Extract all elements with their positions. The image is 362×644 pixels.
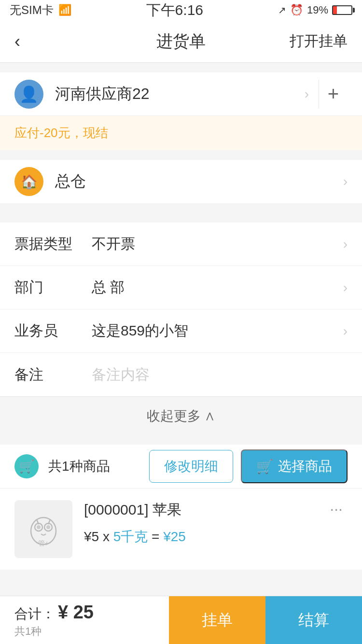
select-product-icon: 🛒 bbox=[256, 459, 273, 475]
section-gap-1 bbox=[0, 63, 362, 72]
settle-button[interactable]: 结算 bbox=[265, 596, 362, 644]
chevron-right-dept-icon: › bbox=[343, 280, 348, 295]
product-more-button[interactable]: ··· bbox=[325, 500, 348, 518]
back-button[interactable]: ‹ bbox=[14, 31, 43, 52]
nav-bar: ‹ 进货单 打开挂单 bbox=[0, 20, 362, 63]
salesperson-label: 业务员 bbox=[14, 321, 72, 341]
remark-row[interactable]: 备注 备注内容 bbox=[0, 353, 362, 396]
page-title: 进货单 bbox=[156, 30, 206, 53]
department-label: 部门 bbox=[14, 278, 72, 297]
product-section: 🛒 共1种商品 修改明细 🛒 选择商品 管+ [00000 bbox=[0, 445, 362, 570]
remark-input[interactable]: 备注内容 bbox=[72, 365, 348, 385]
product-info: [0000001] 苹果 ¥5 x 5千克 = ¥25 bbox=[84, 500, 325, 546]
salesperson-value: 这是859的小智 bbox=[72, 321, 343, 341]
total-label: 合计： bbox=[14, 605, 55, 623]
product-code: [0000001] bbox=[84, 502, 148, 518]
total-amount: ¥ 25 bbox=[58, 602, 94, 623]
collapse-button[interactable]: 收起更多 ∧ bbox=[0, 396, 362, 435]
svg-point-4 bbox=[46, 525, 50, 529]
add-supplier-button[interactable]: + bbox=[319, 80, 348, 109]
unit-price: ¥5 bbox=[84, 529, 99, 544]
footer: 合计： ¥ 25 共1种 挂单 结算 bbox=[0, 596, 362, 644]
location-icon: ↗ bbox=[278, 4, 286, 16]
product-item: 管+ [0000001] 苹果 ¥5 x 5千克 = ¥25 ··· bbox=[0, 488, 362, 570]
product-title: 苹果 bbox=[153, 502, 181, 518]
department-value: 总 部 bbox=[72, 278, 343, 297]
salesperson-row[interactable]: 业务员 这是859的小智 › bbox=[0, 309, 362, 353]
ticket-type-row[interactable]: 票据类型 不开票 › bbox=[0, 223, 362, 266]
supplier-section: 👤 河南供应商22 › + 应付-20元，现结 bbox=[0, 72, 362, 150]
carrier-text: 无SIM卡 bbox=[10, 2, 54, 18]
section-gap-2 bbox=[0, 203, 362, 213]
product-price: ¥5 x 5千克 = ¥25 bbox=[84, 528, 325, 546]
status-right: ↗ ⏰ 19% bbox=[278, 4, 352, 16]
user-icon: 👤 bbox=[19, 85, 39, 103]
department-row[interactable]: 部门 总 部 › bbox=[0, 266, 362, 309]
select-product-button[interactable]: 🛒 选择商品 bbox=[241, 449, 348, 483]
svg-text:管+: 管+ bbox=[38, 539, 49, 547]
ticket-type-value: 不开票 bbox=[72, 234, 343, 254]
chevron-right-ticket-icon: › bbox=[343, 237, 348, 252]
product-thumbnail: 管+ bbox=[14, 500, 72, 558]
product-toolbar: 🛒 共1种商品 修改明细 🛒 选择商品 bbox=[0, 445, 362, 488]
warehouse-name: 总仓 bbox=[55, 171, 343, 192]
status-bar: 无SIM卡 📶 下午6:16 ↗ ⏰ 19% bbox=[0, 0, 362, 20]
ticket-type-label: 票据类型 bbox=[14, 234, 72, 254]
svg-point-3 bbox=[37, 525, 41, 529]
product-name: [0000001] 苹果 bbox=[84, 500, 325, 520]
product-count-label: 共1种商品 bbox=[48, 457, 149, 476]
equals-sign: = bbox=[152, 529, 163, 544]
open-hold-button[interactable]: 打开挂单 bbox=[290, 31, 348, 51]
total-count: 共1种 bbox=[14, 624, 154, 639]
form-section: 票据类型 不开票 › 部门 总 部 › 业务员 这是859的小智 › 备注 备注… bbox=[0, 223, 362, 396]
battery-icon bbox=[332, 5, 352, 15]
owl-thumbnail-icon: 管+ bbox=[24, 510, 63, 548]
footer-total: 合计： ¥ 25 共1种 bbox=[0, 596, 169, 644]
chevron-right-sales-icon: › bbox=[343, 323, 348, 339]
hold-button[interactable]: 挂单 bbox=[169, 596, 265, 644]
supplier-name: 河南供应商22 bbox=[55, 84, 305, 105]
notice-bar: 应付-20元，现结 bbox=[0, 116, 362, 150]
warehouse-icon: 🏠 bbox=[21, 174, 38, 190]
quantity: 5千克 bbox=[113, 529, 148, 544]
total-price: ¥25 bbox=[163, 529, 186, 544]
select-product-label: 选择商品 bbox=[278, 457, 332, 476]
supplier-avatar: 👤 bbox=[14, 80, 43, 109]
battery-percent: 19% bbox=[307, 4, 328, 16]
alarm-icon: ⏰ bbox=[290, 4, 303, 16]
chevron-right-warehouse-icon: › bbox=[343, 174, 348, 189]
warehouse-row[interactable]: 🏠 总仓 › bbox=[0, 160, 362, 203]
product-count-icon: 🛒 bbox=[14, 454, 39, 478]
wifi-icon: 📶 bbox=[58, 4, 71, 16]
status-time: 下午6:16 bbox=[146, 0, 203, 20]
cart-icon: 🛒 bbox=[19, 459, 34, 474]
remark-label: 备注 bbox=[14, 365, 72, 385]
supplier-row[interactable]: 👤 河南供应商22 › + bbox=[0, 72, 362, 116]
status-carrier: 无SIM卡 📶 bbox=[10, 2, 71, 18]
multiply-sign: x bbox=[103, 529, 113, 544]
chevron-right-icon: › bbox=[305, 86, 309, 102]
edit-detail-button[interactable]: 修改明细 bbox=[149, 450, 233, 483]
warehouse-icon-wrap: 🏠 bbox=[14, 167, 43, 196]
